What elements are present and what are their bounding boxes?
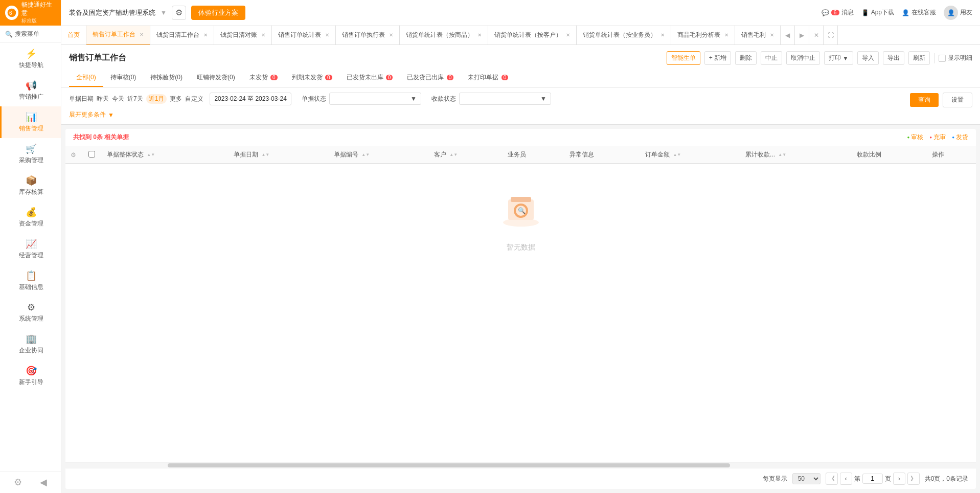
collapse-btn[interactable]: ◀ <box>40 477 47 488</box>
system-dropdown-icon[interactable]: ▼ <box>161 9 167 16</box>
sidebar-item-system[interactable]: ⚙ 系统管理 <box>0 297 61 328</box>
sort-number-icon[interactable]: ▲▼ <box>361 153 370 157</box>
add-btn[interactable]: + 新增 <box>704 51 731 65</box>
phone-icon: 📱 <box>861 9 869 16</box>
date-opt-more[interactable]: 更多 <box>170 95 182 103</box>
tab-nav-next[interactable]: ▶ <box>795 26 809 45</box>
tab-sales-more-close[interactable]: ✕ <box>770 32 774 38</box>
sidebar-search[interactable]: 🔍 搜索菜单 <box>0 26 61 43</box>
date-opt-yesterday[interactable]: 昨天 <box>97 95 109 103</box>
tab-sales-workbench[interactable]: 销售订单工作台 ✕ <box>86 26 150 45</box>
select-all-checkbox[interactable] <box>88 151 95 158</box>
audit-btn[interactable]: 审核 <box>907 133 923 142</box>
sidebar-item-sales[interactable]: 📊 销售管理 <box>0 106 61 138</box>
header-settings-btn[interactable]: ⚙ <box>172 6 186 20</box>
scrollbar-thumb[interactable] <box>168 463 730 467</box>
horizontal-scrollbar[interactable] <box>65 462 976 468</box>
col-settings[interactable]: ⚙ <box>65 146 81 164</box>
import-btn[interactable]: 导入 <box>857 51 879 65</box>
tab-cash-verify-close[interactable]: ✕ <box>261 32 265 38</box>
prev-page-btn[interactable]: ‹ <box>840 473 852 485</box>
ship-btn[interactable]: 发货 <box>952 133 968 142</box>
app-download-action[interactable]: 📱 App下载 <box>861 8 894 17</box>
revoke-btn[interactable]: 充审 <box>929 133 946 142</box>
sort-status-icon[interactable]: ▲▼ <box>147 153 155 157</box>
user-action[interactable]: 👤 用友 <box>944 6 972 20</box>
sub-tab-shipped-out[interactable]: 已发货已出库 0 <box>400 69 461 87</box>
filter-date-range[interactable]: 2023-02-24 至 2023-03-24 <box>210 93 291 105</box>
delete-btn[interactable]: 删除 <box>735 51 757 65</box>
sidebar-item-inventory[interactable]: 📦 库存核算 <box>0 170 61 201</box>
sidebar-item-operations[interactable]: 📈 经营管理 <box>0 233 61 265</box>
sidebar-item-enterprise[interactable]: 🏢 企业协同 <box>0 328 61 360</box>
sub-tab-pending-inspect[interactable]: 待拣验货(0) <box>143 69 190 87</box>
date-opt-custom[interactable]: 自定义 <box>185 95 203 103</box>
sub-tab-not-shipped[interactable]: 未发货 0 <box>242 69 285 87</box>
date-opt-1month[interactable]: 近1月 <box>146 94 167 104</box>
online-service-action[interactable]: 👤 在线客服 <box>902 8 936 17</box>
sub-tab-not-printed[interactable]: 未打印单据 0 <box>461 69 515 87</box>
tab-fullscreen[interactable]: ⛶ <box>824 26 838 45</box>
tab-gross-profit-close[interactable]: ✕ <box>724 32 728 38</box>
sub-tab-wangpu[interactable]: 旺铺待发货(0) <box>190 69 242 87</box>
tab-nav-prev[interactable]: ◀ <box>781 26 795 45</box>
sort-collected-icon[interactable]: ▲▼ <box>778 153 786 157</box>
sub-tab-all[interactable]: 全部(0) <box>69 69 103 87</box>
print-btn[interactable]: 打印 ▼ <box>824 51 853 65</box>
tab-sales-by-staff[interactable]: 销货单统计表（按业务员） ✕ <box>577 26 671 45</box>
filter-status-select[interactable]: ▼ <box>329 93 421 105</box>
tab-sales-stats[interactable]: 销售订单统计表 ✕ <box>272 26 336 45</box>
sidebar-item-purchase[interactable]: 🛒 采购管理 <box>0 138 61 170</box>
tab-sales-by-product-close[interactable]: ✕ <box>477 32 482 38</box>
sidebar-item-finance[interactable]: 💰 资金管理 <box>0 201 61 233</box>
tab-home[interactable]: 首页 <box>61 26 86 45</box>
tab-sales-by-staff-close[interactable]: ✕ <box>660 32 665 38</box>
sidebar-item-marketing[interactable]: 📢 营销推广 <box>0 75 61 106</box>
page-input[interactable] <box>862 474 883 484</box>
sidebar-item-guide[interactable]: 🎯 新手引导 <box>0 360 61 392</box>
show-detail-toggle[interactable]: 显示明细 <box>939 54 972 62</box>
tab-sales-more[interactable]: 销售毛利 ✕ <box>735 26 781 45</box>
tab-sales-by-customer[interactable]: 销货单统计表（按客户） ✕ <box>488 26 577 45</box>
sort-amount-icon[interactable]: ▲▼ <box>673 153 681 157</box>
quicknav-label: 快捷导航 <box>19 61 43 70</box>
tab-sales-exec[interactable]: 销售订单执行表 ✕ <box>336 26 400 45</box>
sub-tab-expired[interactable]: 到期未发货 0 <box>285 69 339 87</box>
page-size-select[interactable]: 50 10 20 100 <box>792 473 821 484</box>
sidebar-item-basic[interactable]: 📋 基础信息 <box>0 265 61 297</box>
expand-filter-btn[interactable]: 展开更多条件 ▼ <box>69 110 114 119</box>
tab-cash-daily[interactable]: 钱货日清工作台 ✕ <box>150 26 214 45</box>
suspend-btn[interactable]: 中止 <box>761 51 782 65</box>
col-checkbox[interactable] <box>81 146 102 164</box>
sub-tab-pending-review[interactable]: 待审核(0) <box>103 69 144 87</box>
tab-close-all[interactable]: ✕ <box>809 26 824 45</box>
sort-customer-icon[interactable]: ▲▼ <box>449 153 458 157</box>
export-btn[interactable]: 导出 <box>883 51 904 65</box>
show-detail-checkbox[interactable] <box>939 55 946 62</box>
date-opt-today[interactable]: 今天 <box>112 95 124 103</box>
tab-sales-workbench-close[interactable]: ✕ <box>140 32 144 37</box>
tab-gross-profit[interactable]: 商品毛利分析表 ✕ <box>671 26 735 45</box>
last-page-btn[interactable]: 》 <box>907 473 920 485</box>
message-action[interactable]: 💬 6 消息 <box>822 8 854 17</box>
sub-tab-shipped-not-out[interactable]: 已发货未出库 0 <box>339 69 400 87</box>
tab-cash-verify[interactable]: 钱货日清对账 ✕ <box>214 26 272 45</box>
cancel-suspend-btn[interactable]: 取消中止 <box>786 51 820 65</box>
filter-payment-select[interactable]: ▼ <box>459 93 551 105</box>
tab-sales-stats-close[interactable]: ✕ <box>325 32 329 38</box>
tab-sales-by-customer-close[interactable]: ✕ <box>566 32 570 38</box>
tab-cash-daily-close[interactable]: ✕ <box>203 32 208 38</box>
refresh-btn[interactable]: 刷新 <box>908 51 930 65</box>
next-page-btn[interactable]: › <box>893 473 905 485</box>
date-opt-7days[interactable]: 近7天 <box>127 95 143 103</box>
settings-bottom-btn[interactable]: ⚙ <box>14 477 22 488</box>
tab-sales-by-product[interactable]: 销货单统计表（按商品） ✕ <box>400 26 488 45</box>
tab-sales-exec-close[interactable]: ✕ <box>389 32 393 38</box>
query-btn[interactable]: 查询 <box>910 93 939 107</box>
filter-settings-btn[interactable]: 设置 <box>943 93 972 107</box>
sidebar-item-quicknav[interactable]: ⚡ 快捷导航 <box>0 43 61 75</box>
sort-date-icon[interactable]: ▲▼ <box>261 153 269 157</box>
smart-create-btn[interactable]: 智能生单 <box>667 51 700 65</box>
trial-button[interactable]: 体验行业方案 <box>191 6 245 20</box>
first-page-btn[interactable]: 《 <box>826 473 838 485</box>
